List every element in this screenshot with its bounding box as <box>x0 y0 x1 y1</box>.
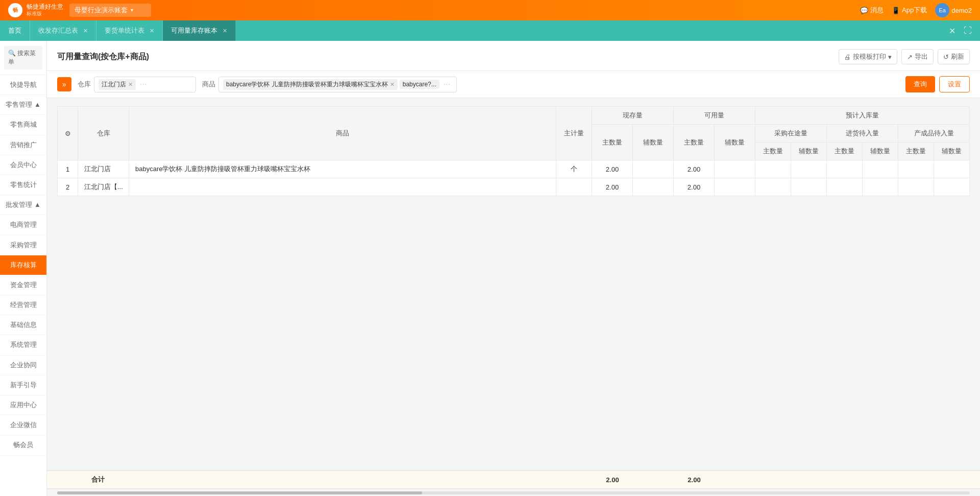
filter-product-more-icon[interactable]: ··· <box>442 80 452 89</box>
col-prod-pending: 产成品待入量 <box>898 125 970 143</box>
sidebar-item-system-mgmt[interactable]: 系统管理 <box>0 335 46 355</box>
cell-avail-main: 2.00 <box>674 178 715 196</box>
data-table: ⚙ 仓库 商品 主计量 现存量 可用量 预计入库量 主数量 辅数量 主数量 辅数… <box>57 106 970 196</box>
sidebar-item-app-center[interactable]: 应用中心 <box>0 395 46 415</box>
main-layout: 🔍 搜索菜单 快捷导航 零售管理 ▲ 零售商城 营销推广 会员中心 零售统计 批… <box>0 41 980 496</box>
cell-unit: 个 <box>556 160 592 178</box>
tab-close-orders[interactable]: ✕ <box>150 28 154 34</box>
refresh-button[interactable]: ↺ 刷新 <box>938 49 970 64</box>
cell-inc-aux <box>863 178 898 196</box>
product-label: 商品 <box>202 80 215 89</box>
sidebar-item-wholesale-mgmt[interactable]: 批发管理 ▲ <box>0 195 46 215</box>
sidebar-item-quick-nav[interactable]: 快捷导航 <box>0 75 46 95</box>
filter-expand-button[interactable]: » <box>57 77 71 91</box>
warehouse-tag-close[interactable]: ✕ <box>128 81 133 88</box>
sidebar-item-purchase-mgmt[interactable]: 采购管理 <box>0 235 46 255</box>
col-avail-main: 主数量 <box>674 125 715 160</box>
sidebar-item-marketing[interactable]: 营销推广 <box>0 135 46 155</box>
product-input[interactable]: babycare学饮杯 儿童防摔防撞吸管杯重力球吸嘴杯宝宝水杯 ✕ babyca… <box>218 77 457 92</box>
logo-icon: 畅 <box>8 3 22 17</box>
filter-more-icon[interactable]: ··· <box>138 80 149 89</box>
sidebar-item-vip-member[interactable]: 畅会员 <box>0 435 46 455</box>
col-current-aux: 辅数量 <box>633 125 674 160</box>
cell-product: babycare学饮杯 儿童防摔防撞吸管杯重力球吸嘴杯宝宝水杯 <box>129 160 556 178</box>
sidebar-item-ecommerce[interactable]: 电商管理 <box>0 215 46 235</box>
tab-receive-summary[interactable]: 收发存汇总表 ✕ <box>30 20 96 41</box>
export-button[interactable]: ↗ 导出 <box>901 49 934 64</box>
tab-close-all-button[interactable]: ✕ <box>947 24 958 38</box>
cell-current-main: 2.00 <box>592 178 633 196</box>
cell-prod-aux <box>934 178 970 196</box>
product-tag-1-close[interactable]: ✕ <box>390 81 395 88</box>
logo-area: 畅 畅捷通好生意 标准版 <box>8 3 63 17</box>
col-prod-main: 主数量 <box>898 143 934 160</box>
tab-home[interactable]: 首页 <box>0 20 30 41</box>
col-product: 商品 <box>129 107 556 160</box>
sidebar-item-basic-info[interactable]: 基础信息 <box>0 315 46 335</box>
cell-product <box>129 178 556 196</box>
query-button[interactable]: 查询 <box>905 76 935 92</box>
col-inc-main: 主数量 <box>827 143 863 160</box>
cell-unit <box>556 178 592 196</box>
download-button[interactable]: 📱 App下载 <box>892 6 927 15</box>
chevron-down-icon: ▾ <box>131 7 133 13</box>
cell-proc-main <box>755 178 791 196</box>
warehouse-input[interactable]: 江北门店 ✕ ··· <box>94 77 196 92</box>
download-icon: 📱 <box>892 7 900 14</box>
horizontal-scrollbar[interactable] <box>47 489 980 496</box>
cell-num: 1 <box>58 160 78 178</box>
template-print-button[interactable]: 🖨 按模板打印 ▾ <box>839 49 897 64</box>
settings-button[interactable]: 设置 <box>939 76 970 92</box>
col-prod-aux: 辅数量 <box>934 143 970 160</box>
col-current-stock: 现存量 <box>592 107 674 125</box>
sidebar-item-enterprise-collab[interactable]: 企业协同 <box>0 356 46 375</box>
arrow-icon: ▲ <box>34 200 41 209</box>
content-area: 可用量查询(按仓库+商品) 🖨 按模板打印 ▾ ↗ 导出 ↺ 刷新 <box>47 41 980 496</box>
tab-available-stock[interactable]: 可用量库存账本 ✕ <box>163 20 236 41</box>
col-gear[interactable]: ⚙ <box>58 107 78 160</box>
cell-current-aux <box>633 178 674 196</box>
cell-avail-main: 2.00 <box>674 160 715 178</box>
user-area[interactable]: Ea demo2 <box>935 3 972 17</box>
tab-order-stats[interactable]: 要货单统计表 ✕ <box>96 20 163 41</box>
sidebar-item-retail-mgmt[interactable]: 零售管理 ▲ <box>0 95 46 115</box>
message-button[interactable]: 💬 消息 <box>860 6 884 15</box>
sidebar-item-ops-mgmt[interactable]: 经营管理 <box>0 295 46 315</box>
table-row: 1 江北门店 babycare学饮杯 儿童防摔防撞吸管杯重力球吸嘴杯宝宝水杯 个… <box>58 160 970 178</box>
cell-inc-main <box>827 178 863 196</box>
cell-inc-aux <box>863 160 898 178</box>
col-inc-aux: 辅数量 <box>863 143 898 160</box>
warehouse-filter-group: 仓库 江北门店 ✕ ··· <box>78 77 196 92</box>
tab-expand-button[interactable]: ⛶ <box>962 24 974 37</box>
chevron-down-icon: ▾ <box>888 53 892 61</box>
tab-actions: ✕ ⛶ <box>941 20 980 41</box>
logo-text: 畅捷通好生意 <box>27 3 63 10</box>
sidebar-item-enterprise-wechat[interactable]: 企业微信 <box>0 415 46 435</box>
warehouse-tag: 江北门店 ✕ <box>99 79 136 90</box>
company-selector[interactable]: 母婴行业演示账套 ▾ <box>69 4 151 17</box>
table-footer: 合计 2.00 2.00 <box>47 470 980 489</box>
sidebar-item-retail-stats[interactable]: 零售统计 <box>0 175 46 195</box>
col-current-main: 主数量 <box>592 125 633 160</box>
cell-avail-aux <box>715 178 755 196</box>
sidebar-item-new-guide[interactable]: 新手引导 <box>0 375 46 395</box>
sidebar-item-member-center[interactable]: 会员中心 <box>0 155 46 175</box>
tab-close-available[interactable]: ✕ <box>223 28 227 34</box>
col-proc-transit: 采购在途量 <box>755 125 827 143</box>
page-title: 可用量查询(按仓库+商品) <box>57 52 149 62</box>
filter-action-buttons: 查询 设置 <box>905 76 970 92</box>
sidebar-item-finance-mgmt[interactable]: 资金管理 <box>0 275 46 295</box>
export-icon: ↗ <box>907 53 913 61</box>
sidebar-item-retail-mall[interactable]: 零售商城 <box>0 115 46 135</box>
print-icon: 🖨 <box>844 53 851 61</box>
col-available: 可用量 <box>674 107 755 125</box>
table-row: 2 江北门店【... 2.00 2.00 <box>58 178 970 196</box>
scroll-track <box>57 491 970 494</box>
col-avail-aux: 辅数量 <box>715 125 755 160</box>
table-container: ⚙ 仓库 商品 主计量 现存量 可用量 预计入库量 主数量 辅数量 主数量 辅数… <box>47 98 980 470</box>
arrow-icon: ▲ <box>34 100 41 109</box>
search-menu-button[interactable]: 🔍 搜索菜单 <box>4 46 42 69</box>
tab-close-receive[interactable]: ✕ <box>83 28 88 34</box>
cell-proc-main <box>755 160 791 178</box>
sidebar-item-inventory-check[interactable]: 库存核算 <box>0 255 46 275</box>
